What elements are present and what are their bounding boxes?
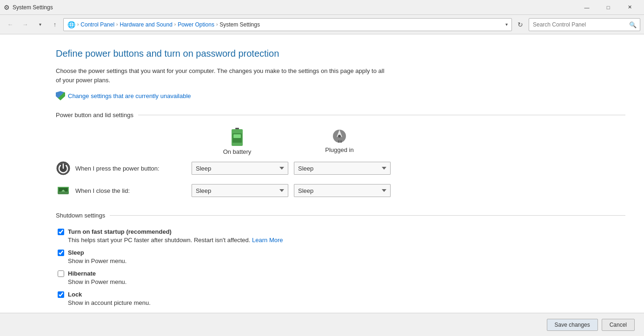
search-input[interactable] xyxy=(529,18,640,31)
lid-close-icon xyxy=(56,183,71,198)
breadcrumb-power-options[interactable]: Power Options xyxy=(178,21,214,28)
title-bar: ⚙ System Settings — □ ✕ xyxy=(0,0,644,15)
fast-startup-label: Turn on fast startup (recommended) xyxy=(68,228,172,235)
plugged-in-icon xyxy=(331,128,348,145)
hibernate-desc: Show in Power menu. xyxy=(58,278,391,285)
forward-button[interactable]: → xyxy=(19,18,32,31)
power-button-label: When I press the power button: xyxy=(56,161,186,176)
battery-icon xyxy=(230,128,245,146)
nav-dropdown-button[interactable]: ▾ xyxy=(33,18,46,31)
lid-close-on-battery-select[interactable]: Sleep Do nothing Hibernate Shut down Tur… xyxy=(192,184,288,197)
breadcrumb-control-panel[interactable]: Control Panel xyxy=(80,21,114,28)
sleep-label: Sleep xyxy=(68,249,84,256)
svg-rect-6 xyxy=(338,140,339,143)
lock-item: Lock Show in account picture menu. xyxy=(56,291,391,306)
breadcrumb-sep-0: › xyxy=(77,22,79,27)
up-button[interactable]: ↑ xyxy=(48,18,61,31)
change-settings-label: Change settings that are currently unava… xyxy=(68,92,191,99)
fast-startup-checkbox[interactable] xyxy=(58,229,64,235)
lid-close-row: When I close the lid: Sleep Do nothing H… xyxy=(56,183,391,198)
lock-desc: Show in account picture menu. xyxy=(58,299,391,306)
fast-startup-row: Turn on fast startup (recommended) xyxy=(58,228,391,235)
learn-more-link[interactable]: Learn More xyxy=(252,237,283,244)
fast-startup-item: Turn on fast startup (recommended) This … xyxy=(56,228,391,244)
lid-close-plugged-in-select[interactable]: Sleep Do nothing Hibernate Shut down Tur… xyxy=(294,184,391,197)
breadcrumb-arrow-icon[interactable]: ▾ xyxy=(505,22,508,27)
plugged-in-label: Plugged in xyxy=(325,146,353,153)
power-button-icon xyxy=(56,161,71,176)
breadcrumb-sep-3: › xyxy=(216,22,218,27)
hibernate-checkbox[interactable] xyxy=(58,270,64,277)
shutdown-section-header: Shutdown settings xyxy=(56,212,625,219)
power-button-row: When I press the power button: Sleep Do … xyxy=(56,161,391,176)
sleep-desc: Show in Power menu. xyxy=(58,257,391,264)
title-bar-icon: ⚙ xyxy=(4,4,10,11)
plugged-in-header: Plugged in xyxy=(288,128,391,155)
breadcrumb-sep-1: › xyxy=(116,22,118,27)
svg-point-8 xyxy=(338,135,341,138)
breadcrumb: 🌐 › Control Panel › Hardware and Sound ›… xyxy=(63,18,512,31)
maximize-button[interactable]: □ xyxy=(598,0,619,15)
cancel-button[interactable]: Cancel xyxy=(602,319,635,331)
breadcrumb-sep-2: › xyxy=(174,22,176,27)
page-description: Choose the power settings that you want … xyxy=(56,66,391,85)
nav-bar: ← → ▾ ↑ 🌐 › Control Panel › Hardware and… xyxy=(0,15,644,34)
column-headers: On battery Plugged in xyxy=(56,128,391,155)
power-button-section-header: Power button and lid settings xyxy=(56,112,625,119)
svg-rect-7 xyxy=(340,140,342,143)
breadcrumb-current: System Settings xyxy=(219,21,260,28)
lid-close-setting-label: When I close the lid: xyxy=(75,187,130,194)
search-container: 🔍 xyxy=(529,18,640,31)
power-button-plugged-in-select[interactable]: Sleep Do nothing Hibernate Shut down Tur… xyxy=(294,162,391,175)
title-bar-title: System Settings xyxy=(13,4,53,11)
power-button-section-label: Power button and lid settings xyxy=(56,112,133,119)
hibernate-row: Hibernate xyxy=(58,270,391,277)
power-button-setting-label: When I press the power button: xyxy=(75,165,159,172)
sleep-checkbox[interactable] xyxy=(58,250,64,256)
minimize-button[interactable]: — xyxy=(576,0,598,15)
change-settings-link[interactable]: Change settings that are currently unava… xyxy=(56,91,625,100)
back-button[interactable]: ← xyxy=(4,18,17,31)
hibernate-label: Hibernate xyxy=(68,270,96,277)
lock-row: Lock xyxy=(58,291,391,298)
shutdown-section-label: Shutdown settings xyxy=(56,212,105,219)
shield-icon xyxy=(56,91,65,100)
fast-startup-desc: This helps start your PC faster after sh… xyxy=(58,237,391,244)
on-battery-label: On battery xyxy=(223,148,252,155)
settings-table: On battery Plugged in xyxy=(56,128,391,198)
refresh-button[interactable]: ↻ xyxy=(514,18,527,31)
shutdown-section: Turn on fast startup (recommended) This … xyxy=(56,228,391,306)
fast-startup-description-text: This helps start your PC faster after sh… xyxy=(68,237,250,244)
close-button[interactable]: ✕ xyxy=(619,0,640,15)
sleep-item: Sleep Show in Power menu. xyxy=(56,249,391,264)
breadcrumb-home-icon: 🌐 xyxy=(67,21,75,28)
power-button-on-battery-select[interactable]: Sleep Do nothing Hibernate Shut down Tur… xyxy=(192,162,288,175)
title-bar-controls: — □ ✕ xyxy=(576,0,640,15)
page-title: Define power buttons and turn on passwor… xyxy=(56,48,625,59)
on-battery-header: On battery xyxy=(186,128,288,155)
svg-rect-3 xyxy=(233,134,241,138)
footer: Save changes Cancel xyxy=(0,313,644,336)
save-changes-button[interactable]: Save changes xyxy=(547,319,598,331)
lock-checkbox[interactable] xyxy=(58,291,64,298)
svg-rect-0 xyxy=(235,128,239,129)
main-content: Define power buttons and turn on passwor… xyxy=(0,34,644,313)
title-bar-left: ⚙ System Settings xyxy=(4,4,53,11)
lid-close-label: When I close the lid: xyxy=(56,183,186,198)
hibernate-item: Hibernate Show in Power menu. xyxy=(56,270,391,285)
sleep-row: Sleep xyxy=(58,249,391,256)
breadcrumb-hardware-sound[interactable]: Hardware and Sound xyxy=(120,21,172,28)
lock-label: Lock xyxy=(68,291,82,298)
